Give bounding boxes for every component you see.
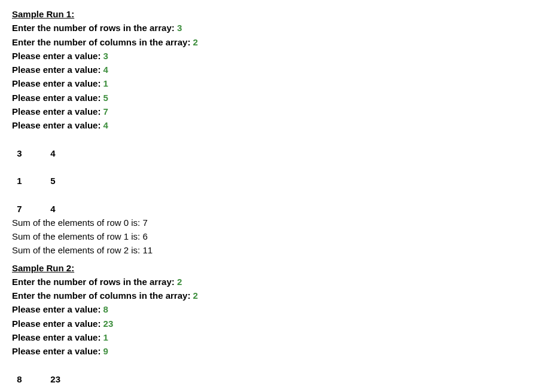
run2-rows-line: Enter the number of rows in the array: 2 [12, 275, 521, 289]
run1-val-line-4: Please enter a value: 7 [12, 105, 521, 118]
run1-val-prompt: Please enter a value: [12, 51, 103, 61]
run1-val-line-5: Please enter a value: 4 [12, 118, 521, 132]
run1-matrix-row-2: 74 [12, 188, 521, 216]
run2-matrix-0-1: 23 [50, 374, 60, 384]
run2-val-line-0: Please enter a value: 8 [12, 302, 521, 316]
sample-run-2-heading: Sample Run 2: [12, 261, 521, 275]
run1-val-line-3: Please enter a value: 5 [12, 91, 521, 105]
run1-rows-value: 3 [177, 23, 182, 33]
run2-val-prompt: Please enter a value: [12, 304, 103, 314]
run1-val-line-1: Please enter a value: 4 [12, 63, 521, 76]
run1-val-line-2: Please enter a value: 1 [12, 76, 521, 90]
run1-sum-1: Sum of the elements of row 1 is: 6 [12, 229, 521, 243]
run1-val-line-0: Please enter a value: 3 [12, 49, 521, 63]
run1-val-prompt: Please enter a value: [12, 120, 103, 130]
run1-rows-prompt: Enter the number of rows in the array: [12, 23, 177, 33]
run1-matrix-1-1: 5 [50, 176, 55, 186]
run1-matrix-row-1: 15 [12, 160, 521, 188]
run2-val-0: 8 [103, 304, 108, 314]
run2-val-prompt: Please enter a value: [12, 318, 103, 329]
run1-val-5: 4 [103, 120, 108, 130]
run1-matrix-0-1: 4 [50, 148, 55, 158]
sample-run-1-heading: Sample Run 1: [12, 7, 521, 21]
run1-val-3: 5 [103, 93, 108, 103]
run2-cols-prompt: Enter the number of columns in the array… [12, 290, 193, 301]
run1-val-2: 1 [103, 78, 108, 88]
run1-matrix-row-0: 34 [12, 132, 521, 160]
run2-val-line-2: Please enter a value: 1 [12, 330, 521, 344]
run1-cols-line: Enter the number of columns in the array… [12, 35, 521, 49]
run1-rows-line: Enter the number of rows in the array: 3 [12, 21, 521, 35]
run1-val-prompt: Please enter a value: [12, 106, 103, 117]
run2-cols-value: 2 [193, 290, 198, 301]
run1-val-prompt: Please enter a value: [12, 65, 103, 75]
run1-cols-value: 2 [193, 37, 198, 47]
run1-sum-0: Sum of the elements of row 0 is: 7 [12, 216, 521, 229]
run1-sum-2: Sum of the elements of row 2 is: 11 [12, 243, 521, 257]
run1-matrix-2-0: 7 [17, 202, 50, 216]
run2-val-prompt: Please enter a value: [12, 332, 103, 342]
run1-val-4: 7 [103, 106, 108, 117]
run2-val-3: 9 [103, 346, 108, 356]
run2-val-prompt: Please enter a value: [12, 346, 103, 356]
run1-val-0: 3 [103, 51, 108, 61]
run2-matrix-row-0: 823 [12, 358, 521, 386]
run2-rows-prompt: Enter the number of rows in the array: [12, 277, 177, 287]
run2-val-line-3: Please enter a value: 9 [12, 344, 521, 358]
run2-matrix-0-0: 8 [17, 372, 50, 386]
run1-val-1: 4 [103, 65, 108, 75]
run2-rows-value: 2 [177, 277, 182, 287]
run2-cols-line: Enter the number of columns in the array… [12, 289, 521, 302]
run1-matrix-0-0: 3 [17, 146, 50, 160]
run2-val-2: 1 [103, 332, 108, 342]
run2-matrix-row-1: 19 [12, 386, 521, 392]
run2-val-line-1: Please enter a value: 23 [12, 317, 521, 330]
run2-val-1: 23 [103, 318, 114, 329]
run1-val-prompt: Please enter a value: [12, 78, 103, 88]
run1-matrix-2-1: 4 [50, 204, 55, 214]
run1-val-prompt: Please enter a value: [12, 93, 103, 103]
run1-cols-prompt: Enter the number of columns in the array… [12, 37, 193, 47]
run1-matrix-1-0: 1 [17, 174, 50, 188]
